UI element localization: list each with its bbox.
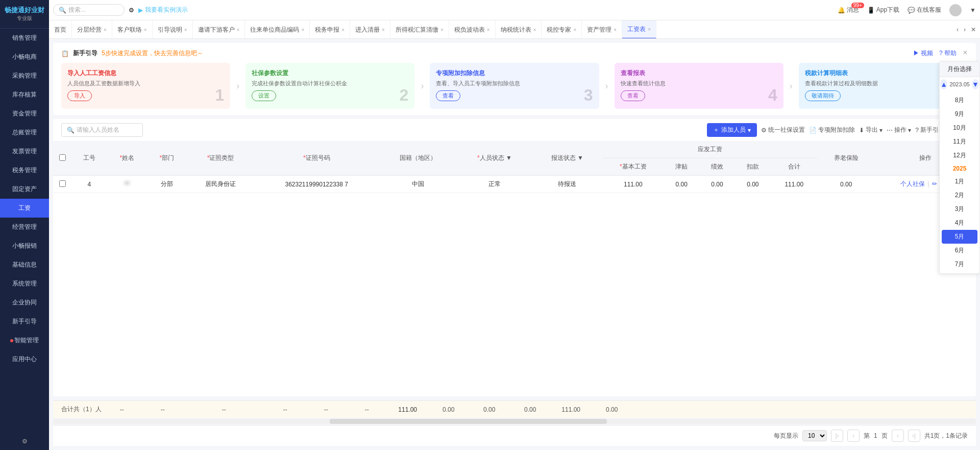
- sidebar-item-assets[interactable]: 固定资产: [0, 180, 49, 199]
- sidebar-item-invoice[interactable]: 发票管理: [0, 142, 49, 161]
- topbar-online-service[interactable]: 💬 在线客服: [908, 6, 941, 14]
- tab-close-all-btn[interactable]: ✕: [969, 25, 978, 34]
- tab-goods-code[interactable]: 往来单位商品编码×: [245, 20, 310, 39]
- tab-close-invite[interactable]: ×: [237, 27, 240, 33]
- sidebar-item-guide[interactable]: 新手引导: [0, 312, 49, 331]
- guide-help-btn[interactable]: ? 帮助: [939, 49, 957, 58]
- month-item-11[interactable]: 11月: [940, 135, 979, 149]
- page-size-select[interactable]: 10 20 50: [802, 430, 827, 441]
- month-item-4[interactable]: 4月: [940, 216, 979, 230]
- topbar-demo-link[interactable]: ▶ 我要看实例演示: [138, 6, 188, 14]
- horizontal-scrollbar[interactable]: [53, 419, 976, 424]
- tab-assets-mgmt[interactable]: 资产管理×: [582, 20, 622, 39]
- next-page-btn[interactable]: ›: [892, 430, 904, 442]
- tab-invite[interactable]: 邀请下游客户×: [193, 20, 246, 39]
- month-item-2025[interactable]: 2025: [940, 162, 979, 175]
- tab-prev-btn[interactable]: ‹: [954, 25, 961, 34]
- tab-close-assets-mgmt[interactable]: ×: [614, 27, 617, 33]
- month-nav-up[interactable]: ▲: [940, 79, 947, 89]
- sidebar-item-sales[interactable]: 销售管理: [0, 29, 49, 48]
- month-item-1[interactable]: 1月: [940, 175, 979, 188]
- month-item-9[interactable]: 9月: [940, 107, 979, 121]
- sidebar-settings[interactable]: ⚙: [0, 433, 49, 450]
- guide-video-btn[interactable]: ▶ 视频: [913, 49, 933, 58]
- social-security-btn[interactable]: ⚙ 统一社保设置: [761, 126, 805, 134]
- first-page-btn[interactable]: |‹: [831, 430, 843, 442]
- special-deduct-btn[interactable]: 📄 专项附加扣除: [809, 126, 855, 134]
- sidebar-item-ecommerce[interactable]: 小畅电商: [0, 48, 49, 66]
- tab-customer[interactable]: 客户联络×: [112, 20, 153, 39]
- sidebar-item-apps[interactable]: 应用中心: [0, 350, 49, 369]
- sidebar-item-collab[interactable]: 企业协同: [0, 293, 49, 312]
- more-ops-btn[interactable]: ⋯ 操作 ▾: [887, 126, 911, 134]
- step-btn-4[interactable]: 查看: [621, 90, 645, 101]
- tab-guide-tab[interactable]: 引导说明×: [153, 20, 193, 39]
- tab-partition[interactable]: 分层经营×: [72, 20, 112, 39]
- tab-close-customer[interactable]: ×: [144, 27, 147, 33]
- tab-next-btn[interactable]: ›: [962, 25, 968, 34]
- prev-page-btn[interactable]: ‹: [847, 430, 860, 442]
- tab-clearance[interactable]: 进入清册×: [350, 20, 390, 39]
- sidebar-item-salary[interactable]: 工资: [0, 199, 49, 218]
- month-item-5[interactable]: 5月: [942, 230, 977, 244]
- user-avatar[interactable]: [949, 4, 962, 16]
- scrollbar-thumb[interactable]: [330, 419, 606, 424]
- month-nav-down[interactable]: ▼: [972, 79, 979, 89]
- tab-close-partition[interactable]: ×: [104, 27, 107, 33]
- sidebar-item-smart[interactable]: 智能管理: [0, 331, 49, 350]
- step-btn-1[interactable]: 导入: [67, 90, 92, 101]
- tab-close-tax-calc[interactable]: ×: [440, 27, 444, 33]
- tab-salary-table[interactable]: 工资表×: [622, 20, 656, 39]
- sidebar-item-basic[interactable]: 基础信息: [0, 255, 49, 274]
- tab-close-salary-table[interactable]: ×: [648, 27, 651, 32]
- tab-close-goods-code[interactable]: ×: [301, 27, 304, 33]
- month-item-6[interactable]: 6月: [940, 244, 979, 257]
- sidebar-item-report[interactable]: 小畅报销: [0, 236, 49, 255]
- select-all-checkbox[interactable]: [59, 154, 66, 161]
- month-item-7[interactable]: 7月: [940, 257, 979, 271]
- th-id-no: *证照号码: [254, 141, 379, 176]
- month-item-2[interactable]: 2月: [940, 188, 979, 202]
- step-btn-5[interactable]: 敬请期待: [805, 90, 841, 101]
- tab-close-tax-report[interactable]: ×: [341, 27, 345, 33]
- sidebar-item-finance[interactable]: 资金管理: [0, 104, 49, 123]
- sidebar-item-ledger[interactable]: 总账管理: [0, 123, 49, 142]
- topbar-settings-icon[interactable]: ⚙: [129, 7, 134, 14]
- topbar-message-btn[interactable]: 🔔 消息 99+: [838, 6, 859, 14]
- sidebar-item-inventory[interactable]: 库存核算: [0, 85, 49, 104]
- tab-close-tax-stats[interactable]: ×: [533, 27, 536, 33]
- sidebar-item-system[interactable]: 系统管理: [0, 274, 49, 293]
- step-btn-3[interactable]: 查看: [436, 90, 460, 101]
- add-employee-btn[interactable]: ＋ 添加人员 ▾: [707, 123, 757, 137]
- user-name[interactable]: ▼: [970, 7, 976, 14]
- tab-tax-calc[interactable]: 所得税汇算清缴×: [390, 20, 449, 39]
- topbar-app-download[interactable]: 📱 App下载: [867, 6, 899, 14]
- sidebar-item-tax[interactable]: 税务管理: [0, 161, 49, 180]
- step-btn-2[interactable]: 设置: [252, 90, 276, 101]
- sidebar-item-purchase[interactable]: 采购管理: [0, 66, 49, 85]
- row-action-social-0[interactable]: 个人社保: [900, 180, 925, 187]
- sidebar-item-operation[interactable]: 经营管理: [0, 218, 49, 236]
- tab-home[interactable]: 首页: [49, 20, 72, 39]
- tab-tax-report[interactable]: 税务申报×: [310, 20, 350, 39]
- tab-close-guide-tab[interactable]: ×: [184, 27, 187, 33]
- month-item-8[interactable]: 8月: [940, 93, 979, 107]
- tab-tax-expert[interactable]: 税控专家×: [542, 20, 582, 39]
- topbar-search-box[interactable]: 🔍 搜索...: [53, 4, 125, 16]
- tab-tax-waive[interactable]: 税负波动表×: [449, 20, 496, 39]
- month-item-10[interactable]: 10月: [940, 121, 979, 135]
- last-page-btn[interactable]: ›|: [908, 430, 920, 442]
- export-btn[interactable]: ⬇ 导出 ▾: [859, 126, 883, 134]
- row-checkbox-0[interactable]: [53, 176, 71, 193]
- ss-label: 统一社保设置: [768, 126, 805, 134]
- tab-close-tax-waive[interactable]: ×: [487, 27, 490, 33]
- row-action-edit-0[interactable]: ✏: [932, 180, 937, 187]
- app-download-label: App下载: [876, 6, 899, 14]
- month-item-12[interactable]: 12月: [940, 149, 979, 162]
- tab-close-clearance[interactable]: ×: [382, 27, 385, 33]
- tab-close-tax-expert[interactable]: ×: [573, 27, 576, 33]
- month-item-3[interactable]: 3月: [940, 202, 979, 216]
- employee-search-input[interactable]: 🔍 请输入人员姓名: [61, 123, 143, 137]
- guide-close-btn[interactable]: ✕: [963, 49, 968, 58]
- tab-tax-stats[interactable]: 纳税统计表×: [496, 20, 542, 39]
